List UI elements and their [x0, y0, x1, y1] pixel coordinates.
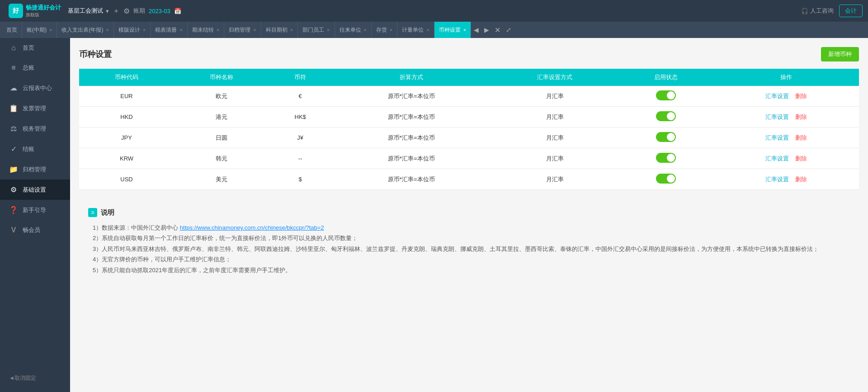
- sidebar-item-archive[interactable]: 📁 归档管理: [0, 159, 70, 179]
- add-company-button[interactable]: ＋: [113, 6, 120, 16]
- chinamoney-link[interactable]: https://www.chinamoney.com.cn/chinese/bk…: [180, 224, 324, 231]
- archive-icon: 📁: [9, 165, 18, 174]
- company-selector[interactable]: 基层工会测试 ▾: [68, 7, 109, 15]
- app-container: 好 畅捷通好会计 旗舰版 基层工会测试 ▾ ＋ ⚙ 账期 2023-03 📅 🎧…: [0, 0, 868, 392]
- cell-symbol: $: [269, 169, 331, 190]
- col-header-symbol: 币符: [269, 69, 331, 86]
- tab-account-period-label: 账(中期): [27, 26, 47, 34]
- page-header: 币种设置 新增币种: [79, 47, 859, 61]
- tab-next-button[interactable]: ▶: [481, 26, 492, 33]
- sidebar-item-home[interactable]: ⌂ 首页: [0, 38, 70, 58]
- tab-expand-button[interactable]: ⤢: [503, 26, 514, 33]
- toggle-enabled-JPY[interactable]: [656, 132, 676, 142]
- tab-inventory[interactable]: 存货 ×: [372, 22, 397, 38]
- tab-close-inventory[interactable]: ×: [390, 27, 392, 33]
- sidebar-item-checkout[interactable]: ✓ 结账: [0, 139, 70, 159]
- notes-title: ≡ 说明: [88, 208, 850, 217]
- tab-period-end[interactable]: 期末结转 ×: [188, 22, 224, 38]
- tab-close-contacts[interactable]: ×: [364, 27, 367, 33]
- tab-close-income-report[interactable]: ×: [106, 27, 108, 33]
- tab-bar: 首页 账(中期) × 收入支出表(年报) × 模版设计 × 税表清册 × 期末结…: [0, 22, 868, 38]
- delete-link-EUR[interactable]: 删除: [795, 93, 807, 99]
- tab-close-department[interactable]: ×: [327, 27, 330, 33]
- dropdown-arrow-icon: ▾: [106, 8, 109, 14]
- tab-currency-settings[interactable]: 币种设置 ×: [434, 22, 471, 38]
- sidebar-item-invoice[interactable]: 📋 发票管理: [0, 98, 70, 118]
- period-value: 2023-03: [149, 8, 170, 14]
- rate-settings-link-USD[interactable]: 汇率设置: [765, 176, 789, 183]
- cell-calc-method: 原币*汇率=本位币: [331, 107, 491, 128]
- cell-status: [618, 128, 713, 148]
- account-button[interactable]: 会计: [839, 5, 863, 17]
- tab-prev-button[interactable]: ◀: [471, 26, 481, 33]
- cell-symbol: HK$: [269, 107, 331, 128]
- sidebar-item-member[interactable]: V 畅会员: [0, 220, 70, 240]
- tab-subject-init[interactable]: 科目期初 ×: [261, 22, 298, 38]
- toggle-knob-EUR: [667, 91, 675, 99]
- delete-link-JPY[interactable]: 删除: [795, 134, 807, 141]
- tab-home[interactable]: 首页: [2, 22, 22, 38]
- rate-settings-link-JPY[interactable]: 汇率设置: [765, 134, 789, 141]
- tab-close-tax-list[interactable]: ×: [179, 27, 182, 33]
- tab-close-account-period[interactable]: ×: [49, 27, 52, 33]
- cell-calc-method: 原币*汇率=本位币: [331, 148, 491, 169]
- tab-contacts[interactable]: 往来单位 ×: [335, 22, 372, 38]
- tab-close-archive[interactable]: ×: [253, 27, 256, 33]
- help-button[interactable]: 🎧 人工咨询: [801, 7, 834, 15]
- tab-close-currency-settings[interactable]: ×: [463, 27, 466, 33]
- tab-close-period-end[interactable]: ×: [217, 27, 219, 33]
- table-row: USD 美元 $ 原币*汇率=本位币 月汇率 汇率设置 删除: [79, 169, 859, 190]
- logo-icon: 好: [9, 4, 23, 18]
- main-layout: ⌂ 首页 ≡ 总账 ☁ 云报表中心 📋 发票管理 ⚖ 税务管理 ✓ 结账: [0, 38, 868, 392]
- sidebar-item-settings[interactable]: ⚙ 基础设置: [0, 179, 70, 200]
- sidebar-pin-toggle[interactable]: ◄取消固定: [0, 370, 70, 387]
- tab-close-measure-unit[interactable]: ×: [426, 27, 429, 33]
- sidebar-item-tax[interactable]: ⚖ 税务管理: [0, 118, 70, 139]
- toggle-enabled-USD[interactable]: [656, 174, 676, 184]
- company-settings-icon[interactable]: ⚙: [123, 7, 130, 15]
- tab-archive[interactable]: 归档管理 ×: [224, 22, 261, 38]
- sidebar-item-archive-label: 归档管理: [23, 165, 46, 174]
- cell-name: 港元: [174, 107, 269, 128]
- sidebar-item-member-label: 畅会员: [23, 226, 40, 234]
- sidebar-item-guide[interactable]: ❓ 新手引导: [0, 200, 70, 220]
- tab-measure-unit[interactable]: 计量单位 ×: [397, 22, 434, 38]
- col-header-rate: 汇率设置方式: [491, 69, 618, 86]
- tab-department[interactable]: 部门员工 ×: [298, 22, 335, 38]
- toggle-enabled-HKD[interactable]: [656, 111, 676, 121]
- tab-close-all-button[interactable]: ✕: [492, 26, 503, 34]
- tab-close-template-design[interactable]: ×: [143, 27, 146, 33]
- logo-area: 好 畅捷通好会计 旗舰版: [5, 4, 64, 18]
- new-currency-button[interactable]: 新增币种: [821, 47, 859, 61]
- tab-tax-list[interactable]: 税表清册 ×: [151, 22, 187, 38]
- tab-account-period[interactable]: 账(中期) ×: [22, 22, 57, 38]
- guide-icon: ❓: [9, 206, 18, 214]
- toggle-enabled-EUR[interactable]: [656, 90, 676, 100]
- cell-calc-method: 原币*汇率=本位币: [331, 86, 491, 107]
- col-header-code: 币种代码: [79, 69, 174, 86]
- delete-link-KRW[interactable]: 删除: [795, 155, 807, 162]
- rate-settings-link-EUR[interactable]: 汇率设置: [765, 93, 789, 99]
- rate-settings-link-HKD[interactable]: 汇率设置: [765, 113, 789, 120]
- checkout-icon: ✓: [9, 145, 18, 153]
- toggle-enabled-KRW[interactable]: [656, 153, 676, 163]
- tab-template-design[interactable]: 模版设计 ×: [114, 22, 151, 38]
- sidebar-item-settings-label: 基础设置: [23, 186, 46, 194]
- tab-template-design-label: 模版设计: [118, 26, 140, 34]
- ledger-icon: ≡: [9, 64, 18, 72]
- tab-close-subject-init[interactable]: ×: [290, 27, 293, 33]
- tab-inventory-label: 存货: [376, 26, 387, 34]
- sidebar-item-ledger[interactable]: ≡ 总账: [0, 58, 70, 78]
- cell-name: 欧元: [174, 86, 269, 107]
- calendar-icon[interactable]: 📅: [174, 8, 181, 14]
- sidebar-item-reports[interactable]: ☁ 云报表中心: [0, 78, 70, 98]
- delete-link-USD[interactable]: 删除: [795, 176, 807, 183]
- cell-symbol: €: [269, 86, 331, 107]
- delete-link-HKD[interactable]: 删除: [795, 113, 807, 120]
- rate-settings-link-KRW[interactable]: 汇率设置: [765, 155, 789, 162]
- top-bar: 好 畅捷通好会计 旗舰版 基层工会测试 ▾ ＋ ⚙ 账期 2023-03 📅 🎧…: [0, 0, 868, 22]
- table-row: KRW 韩元 -- 原币*汇率=本位币 月汇率 汇率设置 删除: [79, 148, 859, 169]
- cell-actions: 汇率设置 删除: [713, 128, 859, 148]
- tab-income-report[interactable]: 收入支出表(年报) ×: [57, 22, 113, 38]
- home-icon: ⌂: [9, 44, 18, 52]
